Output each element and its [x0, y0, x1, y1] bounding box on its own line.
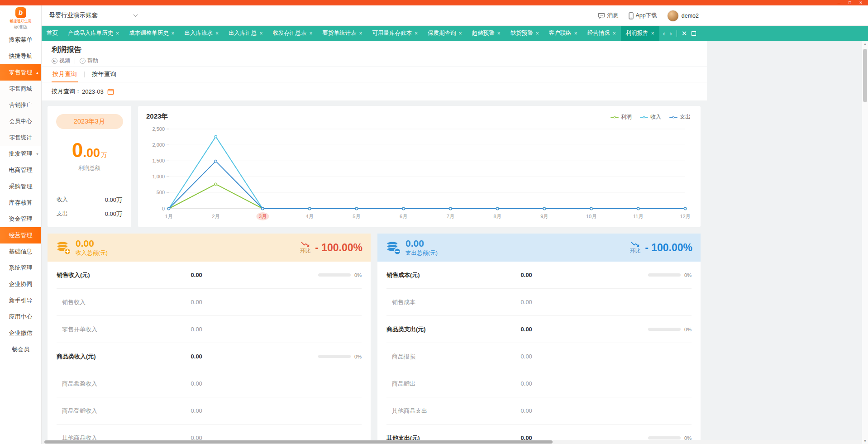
query-tabs: 按月查询 按年查询	[42, 67, 707, 82]
tab-close-icon[interactable]: ×	[116, 30, 119, 37]
row-value: 0.00	[191, 272, 202, 278]
sidebar-item[interactable]: 批发管理 ▼	[0, 146, 41, 162]
close-icon[interactable]: ✕	[859, 1, 863, 5]
tabs-scroll-right-icon[interactable]: ›	[670, 30, 672, 37]
tab-close-icon[interactable]: ×	[310, 30, 313, 37]
tab-close-icon[interactable]: ×	[260, 30, 263, 37]
maximize-icon[interactable]: □	[849, 1, 851, 5]
top-header: 母婴行业演示账套 消息 App下载 demo2	[42, 5, 868, 26]
expense-coins-icon	[386, 240, 401, 255]
video-label: 视频	[59, 57, 70, 65]
report-row: 零售开单收入 0.00	[57, 316, 362, 343]
tab-close-icon[interactable]: ×	[459, 30, 462, 37]
report-row: 商品受赠收入 0.00	[57, 397, 362, 425]
tab-close-icon[interactable]: ×	[415, 30, 418, 37]
income-ratio-label: 环比	[300, 248, 310, 254]
legend-item-支出[interactable]: 支出	[669, 113, 691, 121]
page-tab[interactable]: 出入库流水 ×	[180, 26, 224, 41]
page-tab[interactable]: 超储预警 ×	[467, 26, 506, 41]
tab-close-icon[interactable]: ×	[497, 30, 501, 37]
sidebar-item[interactable]: 快捷导航	[0, 48, 41, 64]
horizontal-scroll-thumb[interactable]	[44, 440, 553, 444]
sidebar-item[interactable]: 资金管理	[0, 211, 41, 227]
horizontal-scrollbar[interactable]	[42, 440, 862, 444]
sidebar-item-label: 电商管理	[9, 167, 33, 173]
sidebar-item[interactable]: 营销推广	[0, 97, 41, 113]
sidebar-item[interactable]: 采购管理	[0, 178, 41, 195]
sidebar-item[interactable]: 零售商城	[0, 81, 41, 97]
income-coins-icon	[56, 240, 71, 255]
row-progress: 0%	[648, 272, 692, 278]
tabs-scroll-left-icon[interactable]: ‹	[663, 30, 665, 37]
page-tab[interactable]: 出入库汇总 ×	[224, 26, 268, 41]
tab-yearly-query[interactable]: 按年查询	[91, 67, 117, 82]
messages-button[interactable]: 消息	[598, 12, 619, 19]
month-picker-value[interactable]: 2023-03	[82, 88, 104, 95]
row-label: 商品报损	[386, 353, 521, 361]
tab-monthly-query[interactable]: 按月查询	[52, 67, 78, 82]
sidebar-item[interactable]: 会员中心	[0, 113, 41, 129]
page-header-block: 利润报告 ▶ 视频 ? 帮助 按月查询 按年查询 按月查询： 2023-03	[42, 41, 707, 100]
sidebar-item-label: 营销推广	[10, 102, 32, 108]
sidebar-item[interactable]: 零售管理 ▲	[0, 64, 41, 81]
sidebar-item[interactable]: 企业微信	[0, 325, 41, 341]
tab-close-icon[interactable]: ×	[359, 30, 362, 37]
legend-swatch	[610, 117, 619, 118]
legend-item-收入[interactable]: 收入	[640, 113, 661, 121]
page-tab[interactable]: 收发存汇总表 ×	[268, 26, 318, 41]
page-tab[interactable]: 可用量库存账本 ×	[367, 26, 423, 41]
sidebar-item[interactable]: 零售统计	[0, 129, 41, 146]
row-value: 0.00	[191, 299, 202, 306]
tab-close-icon[interactable]: ×	[536, 30, 539, 37]
fullscreen-icon[interactable]	[692, 31, 696, 36]
legend-item-利润[interactable]: 利润	[610, 113, 632, 121]
tab-close-icon[interactable]: ×	[215, 30, 219, 37]
row-value: 0.00	[521, 326, 532, 333]
page-tab[interactable]: 要货单统计表 ×	[318, 26, 367, 41]
user-menu[interactable]: demo2	[667, 10, 699, 22]
tab-close-icon[interactable]: ×	[172, 30, 175, 37]
svg-text:6月: 6月	[400, 214, 407, 219]
tab-label: 成本调整单历史	[129, 29, 169, 37]
sidebar-item[interactable]: 应用中心	[0, 309, 41, 325]
income-total: 0.00	[76, 238, 108, 249]
page-title: 利润报告	[42, 43, 707, 55]
vertical-scrollbar[interactable]: ▲ ▼	[862, 41, 868, 444]
page-tab[interactable]: 保质期查询 ×	[423, 26, 467, 41]
page-tab[interactable]: 客户联络 ×	[544, 26, 582, 41]
legend-swatch	[640, 117, 648, 118]
minimize-icon[interactable]: ─	[838, 1, 840, 5]
calendar-icon[interactable]	[107, 88, 114, 95]
sidebar-item[interactable]: 系统管理	[0, 260, 41, 276]
income-trend: 环比	[300, 241, 310, 254]
sidebar-item[interactable]: 新手引导	[0, 292, 41, 309]
account-select[interactable]: 母婴行业演示账套	[48, 9, 141, 22]
tab-close-icon[interactable]: ×	[613, 30, 616, 37]
scroll-down-icon[interactable]: ▼	[862, 438, 868, 444]
help-link[interactable]: ? 帮助	[80, 57, 98, 65]
scroll-up-icon[interactable]: ▲	[862, 41, 868, 47]
vertical-scroll-thumb[interactable]	[863, 49, 867, 102]
svg-text:9月: 9月	[540, 214, 548, 219]
page-tab[interactable]: 经营情况 ×	[582, 26, 621, 41]
sidebar-item[interactable]: 畅会员	[0, 341, 41, 358]
page-tab[interactable]: 缺货预警 ×	[506, 26, 544, 41]
page-tab[interactable]: 成本调整单历史 ×	[124, 26, 180, 41]
tab-close-icon[interactable]: ×	[574, 30, 577, 37]
tabs-close-all-icon[interactable]: ✕	[682, 30, 687, 37]
sidebar-item[interactable]: 企业协同	[0, 276, 41, 292]
sidebar-item[interactable]: 库存核算	[0, 195, 41, 211]
sidebar-item[interactable]: 搜索菜单	[0, 32, 41, 48]
svg-text:1月: 1月	[165, 214, 172, 219]
svg-text:1,000: 1,000	[152, 174, 165, 179]
app-download-button[interactable]: App下载	[629, 12, 657, 19]
page-tab[interactable]: 产成品入库单历史 ×	[63, 26, 124, 41]
sidebar-item[interactable]: 经营管理	[0, 227, 41, 243]
video-link[interactable]: ▶ 视频	[52, 57, 70, 65]
sidebar-item[interactable]: 基础信息	[0, 243, 41, 260]
page-tab[interactable]: 利润报告 ×	[621, 26, 659, 41]
tab-close-icon[interactable]: ×	[651, 30, 654, 37]
page-tab[interactable]: 首页 ×	[42, 26, 63, 41]
sidebar-item[interactable]: 电商管理	[0, 162, 41, 178]
chevron-down-icon	[134, 12, 138, 17]
